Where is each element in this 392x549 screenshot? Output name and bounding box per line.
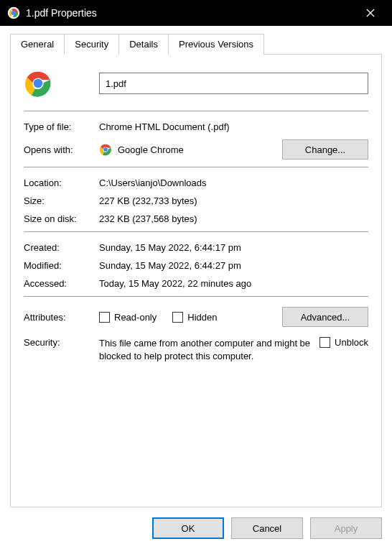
window-title: 1.pdf Properties xyxy=(26,7,356,19)
hidden-checkbox[interactable] xyxy=(172,312,183,323)
filename-input[interactable] xyxy=(99,73,368,94)
location-value: C:\Users\ianjo\Downloads xyxy=(99,177,368,188)
created-label: Created: xyxy=(24,242,99,253)
hidden-checkbox-row: Hidden xyxy=(172,312,217,323)
size-on-disk-label: Size on disk: xyxy=(24,213,99,224)
security-message: This file came from another computer and… xyxy=(99,337,319,362)
chrome-icon xyxy=(7,6,20,19)
opens-with-row: Opens with: Google Chrome Change... xyxy=(24,139,368,160)
advanced-button[interactable]: Advanced... xyxy=(282,307,368,327)
security-label: Security: xyxy=(24,337,99,348)
filename-row xyxy=(24,69,368,98)
size-on-disk-row: Size on disk: 232 KB (237,568 bytes) xyxy=(24,213,368,224)
created-row: Created: Sunday, 15 May 2022, 6:44:17 pm xyxy=(24,242,368,253)
separator xyxy=(24,167,368,167)
accessed-value: Today, 15 May 2022, 22 minutes ago xyxy=(99,278,368,289)
modified-label: Modified: xyxy=(24,260,99,271)
tab-previous-versions[interactable]: Previous Versions xyxy=(168,34,264,55)
close-button[interactable] xyxy=(356,0,385,26)
type-of-file-row: Type of file: Chrome HTML Document (.pdf… xyxy=(24,121,368,132)
separator xyxy=(24,231,368,232)
accessed-row: Accessed: Today, 15 May 2022, 22 minutes… xyxy=(24,278,368,289)
svg-point-2 xyxy=(12,11,16,15)
modified-value: Sunday, 15 May 2022, 6:44:27 pm xyxy=(99,260,368,271)
close-icon xyxy=(366,9,375,17)
svg-point-7 xyxy=(34,79,43,88)
separator xyxy=(24,296,368,297)
type-of-file-value: Chrome HTML Document (.pdf) xyxy=(99,121,368,132)
size-row: Size: 227 KB (232,733 bytes) xyxy=(24,195,368,206)
modified-row: Modified: Sunday, 15 May 2022, 6:44:27 p… xyxy=(24,260,368,271)
dialog-body: General Security Details Previous Versio… xyxy=(0,26,392,549)
tab-general[interactable]: General xyxy=(10,34,65,55)
cancel-button[interactable]: Cancel xyxy=(231,517,303,539)
hidden-label: Hidden xyxy=(187,312,217,323)
tab-details[interactable]: Details xyxy=(118,34,169,55)
size-value: 227 KB (232,733 bytes) xyxy=(99,195,368,206)
location-row: Location: C:\Users\ianjo\Downloads xyxy=(24,177,368,188)
change-button[interactable]: Change... xyxy=(282,139,368,160)
unblock-checkbox[interactable] xyxy=(319,337,330,348)
opens-with-value: Google Chrome xyxy=(118,144,276,155)
security-row: Security: This file came from another co… xyxy=(24,337,368,362)
svg-point-10 xyxy=(103,147,108,152)
dialog-footer: OK Cancel Apply xyxy=(10,507,382,539)
tab-security[interactable]: Security xyxy=(64,34,119,55)
opens-with-label: Opens with: xyxy=(24,144,99,155)
attributes-row: Attributes: Read-only Hidden Advanced... xyxy=(24,307,368,327)
titlebar: 1.pdf Properties xyxy=(0,0,392,26)
created-value: Sunday, 15 May 2022, 6:44:17 pm xyxy=(99,242,368,253)
unblock-label: Unblock xyxy=(335,337,368,348)
ok-button[interactable]: OK xyxy=(152,517,224,539)
unblock-checkbox-row: Unblock xyxy=(319,337,368,348)
read-only-label: Read-only xyxy=(114,312,157,323)
separator xyxy=(24,111,368,111)
attributes-label: Attributes: xyxy=(24,312,99,323)
chrome-icon xyxy=(24,69,52,98)
tab-strip: General Security Details Previous Versio… xyxy=(10,33,382,54)
size-on-disk-value: 232 KB (237,568 bytes) xyxy=(99,213,368,224)
file-type-icon xyxy=(24,69,99,98)
size-label: Size: xyxy=(24,195,99,206)
chrome-icon xyxy=(99,143,112,156)
location-label: Location: xyxy=(24,177,99,188)
read-only-checkbox-row: Read-only xyxy=(99,312,157,323)
accessed-label: Accessed: xyxy=(24,278,99,289)
read-only-checkbox[interactable] xyxy=(99,312,110,323)
apply-button[interactable]: Apply xyxy=(310,517,382,539)
general-panel: Type of file: Chrome HTML Document (.pdf… xyxy=(10,54,382,507)
type-of-file-label: Type of file: xyxy=(24,121,99,132)
